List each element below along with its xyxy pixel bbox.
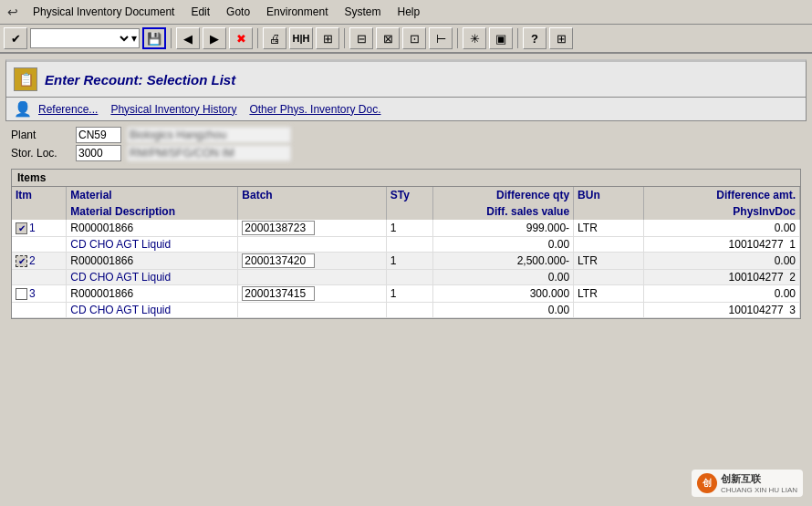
form-area: Plant CN59 Biologics Hangzhou Stor. Loc.… (5, 125, 807, 165)
row3-desc-batch (238, 303, 386, 318)
menu-goto[interactable]: Goto (219, 4, 257, 20)
table-row-desc: CD CHO AGT Liquid 0.00 100104277 3 (12, 303, 800, 318)
forward-button[interactable]: ▶ (203, 27, 226, 49)
menu-items: Physical Inventory Document Edit Goto En… (26, 4, 427, 20)
custom-button[interactable]: ⊞ (549, 27, 573, 49)
row1-sty: 1 (386, 220, 432, 237)
row2-diffsales: 0.00 (433, 270, 574, 285)
row3-bun: LTR (574, 285, 644, 303)
row2-sty: 1 (386, 253, 432, 270)
items-header: Items (12, 170, 800, 187)
watermark-text: 创新互联 CHUANG XIN HU LIAN (721, 472, 797, 494)
items-section: Items Itm Material Batch STy Difference … (11, 169, 801, 319)
items-table: Itm Material Batch STy Difference qty BU… (12, 187, 800, 318)
star-button[interactable]: ✳ (463, 27, 486, 49)
row1-matdesc: CD CHO AGT Liquid (67, 237, 238, 253)
find2-button[interactable]: ⊞ (316, 27, 339, 49)
tool1-button[interactable]: ⊟ (349, 27, 373, 49)
row3-desc-sty (386, 303, 432, 318)
phys-inv-history-button[interactable]: Physical Inventory History (108, 102, 239, 117)
storloc-description: RM/PM/SFG/CON IM (127, 145, 291, 161)
row1-material: R000001866 (67, 220, 238, 237)
command-combo[interactable]: ▾ (30, 28, 140, 48)
row2-diffamt: 0.00 (644, 253, 800, 270)
row3-batch-input[interactable]: 2000137415 (242, 286, 315, 301)
row2-desc-batch (238, 270, 386, 285)
table-row: 3 R000001866 2000137415 1 300.000 LTR 0.… (12, 285, 800, 303)
row3-batch[interactable]: 2000137415 (238, 285, 386, 303)
row2-num: 2 (29, 254, 36, 267)
sub-toolbar: 👤 Reference... Physical Inventory Histor… (5, 98, 807, 121)
find-button[interactable]: H|H (289, 27, 313, 49)
col-header-diffqty: Difference qty (433, 187, 574, 203)
print-button[interactable]: 🖨 (263, 27, 286, 49)
table-row: ✔ 1 R000001866 2000138723 1 999.000- LTR… (12, 220, 800, 237)
command-select[interactable] (33, 32, 131, 45)
table-row-desc: CD CHO AGT Liquid 0.00 100104277 1 (12, 237, 800, 253)
row2-material: R000001866 (67, 253, 238, 270)
sep-5 (517, 28, 518, 48)
sep-1 (171, 28, 172, 48)
storloc-code[interactable]: 3000 (76, 145, 121, 161)
row1-checkbox[interactable]: ✔ (16, 222, 27, 234)
col-header-sty: STy (386, 187, 432, 203)
menu-system[interactable]: System (337, 4, 388, 20)
col-header-physinvdoc: PhysInvDoc (644, 203, 800, 220)
row1-diffsales: 0.00 (433, 237, 574, 253)
row3-desc-bun (574, 303, 644, 318)
col-header-empty3 (386, 203, 432, 220)
watermark: 创 创新互联 CHUANG XIN HU LIAN (692, 470, 803, 497)
row1-desc-itm (12, 237, 67, 253)
img-button[interactable]: ▣ (489, 27, 513, 49)
menu-help[interactable]: Help (390, 4, 428, 20)
sep-3 (344, 28, 345, 48)
tool4-button[interactable]: ⊢ (429, 27, 453, 49)
cancel-button[interactable]: ✖ (229, 27, 253, 49)
table-row-desc: CD CHO AGT Liquid 0.00 100104277 2 (12, 270, 800, 285)
row2-bun: LTR (574, 253, 644, 270)
watermark-circle: 创 (697, 473, 717, 493)
check-button[interactable]: ✔ (4, 27, 27, 49)
page-title: Enter Recount: Selection List (45, 72, 235, 88)
row1-itm: ✔ 1 (12, 220, 67, 237)
row2-desc-sty (386, 270, 432, 285)
row2-batch[interactable]: 2000137420 (238, 253, 386, 270)
header-icon: 📋 (14, 67, 37, 91)
row1-physinvdoc: 100104277 1 (644, 237, 800, 253)
header-panel: 📋 Enter Recount: Selection List (5, 59, 807, 98)
tool2-button[interactable]: ⊠ (376, 27, 400, 49)
row1-batch-input[interactable]: 2000138723 (242, 221, 315, 235)
back-button[interactable]: ◀ (176, 27, 200, 49)
col-header-empty (12, 203, 67, 220)
plant-code[interactable]: CN59 (76, 127, 121, 143)
tool3-button[interactable]: ⊡ (402, 27, 426, 49)
plant-row: Plant CN59 Biologics Hangzhou (11, 127, 801, 143)
storloc-label: Stor. Loc. (11, 147, 70, 160)
col-header-bun: BUn (574, 187, 644, 203)
menu-environment[interactable]: Environment (259, 4, 335, 20)
row3-physinvdoc: 100104277 3 (644, 303, 800, 318)
menu-phys-inv-doc[interactable]: Physical Inventory Document (26, 4, 182, 20)
row3-itm: 3 (12, 285, 67, 303)
reference-button[interactable]: Reference... (36, 102, 100, 117)
help-button[interactable]: ? (523, 27, 547, 49)
person-icon: 👤 (14, 100, 32, 118)
row2-checkbox[interactable]: ✔ (16, 255, 27, 267)
row3-checkbox[interactable] (16, 288, 27, 300)
row2-physinvdoc: 100104277 2 (644, 270, 800, 285)
save-button[interactable]: 💾 (142, 27, 166, 49)
col-header-matdesc: Material Description (67, 203, 238, 220)
col-header-diffsales: Diff. sales value (433, 203, 574, 220)
table-header-row-2: Material Description Diff. sales value P… (12, 203, 800, 220)
row3-material: R000001866 (67, 285, 238, 303)
row2-batch-input[interactable]: 2000137420 (242, 253, 315, 268)
row2-diffqty: 2,500.000- (433, 253, 574, 270)
other-phys-inv-button[interactable]: Other Phys. Inventory Doc. (246, 102, 383, 117)
toolbar: ✔ ▾ 💾 ◀ ▶ ✖ 🖨 H|H ⊞ ⊟ ⊠ ⊡ ⊢ ✳ ▣ ? ⊞ (0, 25, 812, 54)
row1-num: 1 (29, 222, 36, 234)
row3-num: 3 (29, 287, 36, 300)
row1-desc-bun (574, 237, 644, 253)
sep-4 (457, 28, 458, 48)
row1-batch[interactable]: 2000138723 (238, 220, 386, 237)
menu-edit[interactable]: Edit (183, 4, 217, 20)
